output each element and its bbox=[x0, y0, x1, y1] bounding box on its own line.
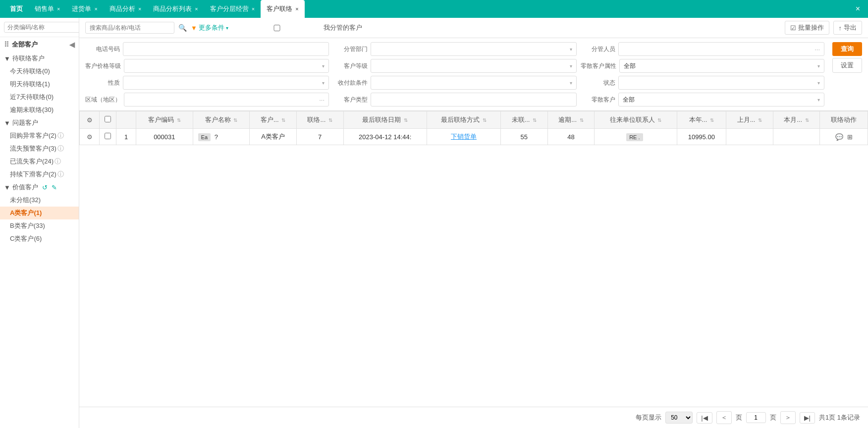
col-overdue-sort-icon[interactable]: ⇅ bbox=[580, 117, 584, 123]
filter-status-select[interactable]: ▾ bbox=[618, 76, 824, 90]
select-all-checkbox[interactable] bbox=[105, 116, 111, 122]
col-level[interactable]: 客户... ⇅ bbox=[250, 111, 297, 129]
nav-tab-product-analysis-list[interactable]: 商品分析列表 × bbox=[147, 0, 204, 18]
col-unit-contacts-sort-icon[interactable]: ⇅ bbox=[657, 117, 661, 123]
col-last-method[interactable]: 最后联络方式 ⇅ bbox=[427, 111, 500, 129]
prev-page-btn[interactable]: ＜ bbox=[716, 411, 732, 424]
info-icon-repeat[interactable]: ⓘ bbox=[57, 131, 64, 140]
sidebar-item-seven-days[interactable]: 近7天待联络(0) bbox=[0, 91, 79, 104]
col-overdue[interactable]: 逾期... ⇅ bbox=[547, 111, 595, 129]
nav-tab-product-analysis-list-close[interactable]: × bbox=[195, 6, 198, 12]
sidebar-item-tomorrow[interactable]: 明天待联络(1) bbox=[0, 78, 79, 91]
filter-price-level-select[interactable]: ▾ bbox=[124, 59, 329, 73]
col-this-month-sort-icon[interactable]: ⇅ bbox=[805, 117, 809, 123]
export-btn[interactable]: ↑ 导出 bbox=[833, 21, 863, 35]
sidebar-collapse-icon[interactable]: ◀ bbox=[69, 41, 75, 49]
sidebar-item-b-class[interactable]: B类客户(33) bbox=[0, 219, 79, 232]
col-this-month[interactable]: 本月... ⇅ bbox=[773, 111, 820, 129]
gear-icon[interactable]: ⚙ bbox=[87, 116, 93, 124]
nav-tab-customer-contact[interactable]: 客户联络 × bbox=[261, 0, 304, 18]
col-last-month-sort-icon[interactable]: ⇅ bbox=[758, 117, 762, 123]
per-page-select[interactable]: 50 100 200 bbox=[665, 412, 693, 424]
filter-search-icon[interactable]: 🔍 bbox=[178, 24, 187, 32]
filter-region-dots-icon[interactable]: ··· bbox=[319, 96, 325, 104]
sidebar-item-today[interactable]: 今天待联络(0) bbox=[0, 65, 79, 78]
filter-retail-customer-select[interactable]: 全部 ▾ bbox=[618, 93, 824, 107]
nav-tab-customer-tier[interactable]: 客户分层经营 × bbox=[204, 0, 261, 18]
sidebar-item-ungrouped[interactable]: 未分组(32) bbox=[0, 194, 79, 207]
col-no-contact[interactable]: 未联... ⇅ bbox=[501, 111, 548, 129]
filter-payment-select[interactable]: ▾ bbox=[371, 76, 577, 90]
col-last-date-sort-icon[interactable]: ⇅ bbox=[404, 117, 408, 123]
nav-tab-product-analysis[interactable]: 商品分析 × bbox=[104, 0, 147, 18]
col-contact-sort-icon[interactable]: ⇅ bbox=[328, 117, 332, 123]
filter-customer-type-input[interactable] bbox=[371, 93, 577, 107]
nav-tab-sales-close[interactable]: × bbox=[57, 6, 60, 12]
query-btn[interactable]: 查询 bbox=[832, 42, 862, 56]
col-last-date[interactable]: 最后联络日期 ⇅ bbox=[343, 111, 427, 129]
row-code-cell[interactable]: 000031 bbox=[136, 129, 193, 145]
value-section-refresh-icon[interactable]: ↺ bbox=[42, 184, 48, 191]
page-input[interactable] bbox=[746, 412, 766, 423]
col-contact[interactable]: 联络... ⇅ bbox=[296, 111, 343, 129]
filter-manager-input[interactable]: ··· bbox=[618, 42, 824, 56]
col-code[interactable]: 客户编码 ⇅ bbox=[136, 111, 193, 129]
next-page-btn[interactable]: ＞ bbox=[780, 411, 796, 424]
nav-tab-sales[interactable]: 销售单 × bbox=[29, 0, 66, 18]
nav-tab-product-analysis-close[interactable]: × bbox=[138, 6, 141, 12]
col-last-month[interactable]: 上月... ⇅ bbox=[726, 111, 773, 129]
row-gear-icon[interactable]: ⚙ bbox=[87, 133, 93, 141]
info-icon-decline[interactable]: ⓘ bbox=[57, 170, 64, 179]
filter-retail-attr-select[interactable]: 全部 ▾ bbox=[619, 59, 824, 73]
last-page-btn[interactable]: ▶| bbox=[800, 412, 815, 424]
sidebar-item-lost-potential[interactable]: 流失预警客户(3) ⓘ bbox=[0, 142, 79, 155]
col-code-sort-icon[interactable]: ⇅ bbox=[177, 117, 181, 123]
col-this-year[interactable]: 本年... ⇅ bbox=[677, 111, 726, 129]
col-this-year-sort-icon[interactable]: ⇅ bbox=[710, 117, 714, 123]
col-level-sort-icon[interactable]: ⇅ bbox=[281, 117, 285, 123]
row-grid-icon[interactable]: ⊞ bbox=[847, 133, 853, 141]
nav-tab-customer-tier-close[interactable]: × bbox=[252, 6, 255, 12]
sidebar-problem-section[interactable]: ▼ 问题客户 bbox=[0, 116, 79, 129]
col-no-contact-sort-icon[interactable]: ⇅ bbox=[533, 117, 537, 123]
sidebar-search-input[interactable] bbox=[4, 22, 79, 33]
more-conditions-btn[interactable]: ▼ 更多条件 ▾ bbox=[191, 23, 228, 32]
settings-btn[interactable]: 设置 bbox=[832, 58, 862, 73]
filter-nature-select[interactable]: ▾ bbox=[123, 76, 329, 90]
col-name[interactable]: 客户名称 ⇅ bbox=[193, 111, 250, 129]
value-section-edit-icon[interactable]: ✎ bbox=[52, 184, 57, 191]
sidebar-item-continuous-decline[interactable]: 持续下滑客户(2) ⓘ bbox=[0, 168, 79, 181]
sidebar-item-repeat-anomaly[interactable]: 回购异常客户(2) ⓘ bbox=[0, 129, 79, 142]
nav-tab-home[interactable]: 首页 bbox=[4, 0, 29, 18]
col-last-method-sort-icon[interactable]: ⇅ bbox=[483, 117, 487, 123]
sidebar-item-lost[interactable]: 已流失客户(24) ⓘ bbox=[0, 155, 79, 168]
col-name-sort-icon[interactable]: ⇅ bbox=[233, 117, 237, 123]
sidebar-item-c-class[interactable]: C类客户(6) bbox=[0, 232, 79, 245]
row-gear-cell[interactable]: ⚙ bbox=[80, 129, 100, 145]
filter-dept-select[interactable]: ▾ bbox=[371, 42, 577, 56]
col-gear[interactable]: ⚙ bbox=[80, 111, 100, 129]
search-input[interactable] bbox=[85, 22, 174, 34]
info-icon-lost[interactable]: ⓘ bbox=[54, 157, 61, 166]
my-customers-filter[interactable]: 我分管的客户 bbox=[232, 23, 362, 32]
first-page-btn[interactable]: |◀ bbox=[697, 412, 712, 424]
sidebar-all-customers[interactable]: ⠿ 全部客户 ◀ bbox=[0, 37, 79, 52]
row-last-method-cell[interactable]: 下销货单 bbox=[427, 129, 500, 145]
col-unit-contacts[interactable]: 往来单位联系人 ⇅ bbox=[595, 111, 677, 129]
row-name-cell[interactable]: Ea ? bbox=[193, 129, 250, 145]
nav-tab-purchase-close[interactable]: × bbox=[94, 6, 97, 12]
row-chat-icon[interactable]: 💬 bbox=[835, 133, 843, 141]
sidebar-item-overdue-contact[interactable]: 逾期未联络(30) bbox=[0, 104, 79, 116]
batch-ops-btn[interactable]: ☑ 批量操作 bbox=[785, 21, 829, 35]
filter-customer-level-select[interactable]: ▾ bbox=[371, 59, 577, 73]
info-icon-lost-potential[interactable]: ⓘ bbox=[57, 144, 64, 153]
sidebar-pending-section[interactable]: ▼ 待联络客户 bbox=[0, 52, 79, 65]
filter-phone-input[interactable] bbox=[123, 42, 329, 56]
nav-tab-customer-contact-close[interactable]: × bbox=[295, 6, 298, 12]
my-customers-checkbox[interactable] bbox=[232, 25, 322, 31]
nav-tab-purchase[interactable]: 进货单 × bbox=[66, 0, 103, 18]
row-checkbox[interactable] bbox=[105, 133, 111, 139]
filter-region-input[interactable]: ··· bbox=[124, 93, 329, 107]
filter-manager-dots-icon[interactable]: ··· bbox=[814, 46, 820, 53]
sidebar-value-section[interactable]: ▼ 价值客户 ↺ ✎ bbox=[0, 181, 79, 194]
